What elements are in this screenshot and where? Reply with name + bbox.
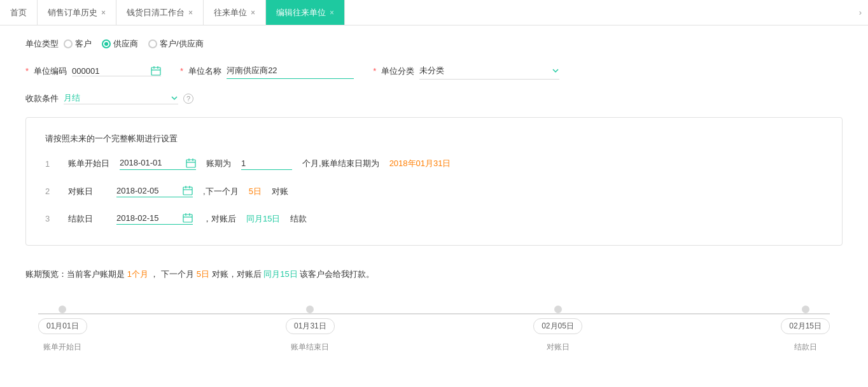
payment-terms-dropdown[interactable]: 月结 xyxy=(64,92,178,104)
setting-panel: 请按照未来的一个完整帐期进行设置 1 账单开始日 账期为 个月,账单结束日期为 … xyxy=(25,117,843,246)
timeline-dot-1 xyxy=(306,306,314,313)
timeline-point-1: 01月31日 账单结束日 xyxy=(286,306,335,353)
unit-code-star: * xyxy=(25,66,29,76)
unit-type-label: 单位类型 xyxy=(25,38,59,50)
payment-terms-row: 收款条件 月结 ? xyxy=(25,92,843,104)
tab-sales-history-close[interactable]: × xyxy=(101,8,106,17)
radio-both-circle xyxy=(148,39,157,48)
tab-home-label: 首页 xyxy=(10,7,27,18)
setting-row-3: 3 结款日 ，对账后 同月15日 结款 xyxy=(45,213,823,225)
unit-name-star: * xyxy=(180,66,183,76)
radio-supplier-circle xyxy=(102,39,111,48)
panel-title: 请按照未来的一个完整帐期进行设置 xyxy=(45,133,823,144)
tab-contacts[interactable]: 往来单位 × xyxy=(204,0,266,25)
unit-category-select[interactable]: 未分类 xyxy=(419,62,559,80)
radio-both[interactable]: 客户/供应商 xyxy=(148,38,204,50)
row-1-number: 1 xyxy=(45,159,58,169)
tab-home[interactable]: 首页 xyxy=(0,0,38,25)
timeline: 01月01日 账单开始日 01月31日 账单结束日 02月05日 对账日 02月… xyxy=(25,299,843,359)
tab-cashflow-close[interactable]: × xyxy=(188,8,193,17)
unit-name-label: 单位名称 xyxy=(188,66,221,77)
preview-item1-after: ， xyxy=(150,269,158,279)
unit-name-group: * 单位名称 xyxy=(180,64,354,79)
radio-supplier-label: 供应商 xyxy=(113,38,138,50)
row-2-number: 2 xyxy=(45,186,58,196)
row-3-suffix-highlight: 同月15日 xyxy=(246,213,280,225)
radio-group: 客户 供应商 客户/供应商 xyxy=(64,38,204,50)
row-3-date-input[interactable] xyxy=(116,213,180,223)
row-2-calendar-icon[interactable] xyxy=(183,185,193,195)
row-1-period-label: 账期为 xyxy=(206,158,231,169)
unit-code-group: * 单位编码 xyxy=(25,66,161,77)
unit-category-star: * xyxy=(373,66,376,76)
tab-cashflow[interactable]: 钱货日清工作台 × xyxy=(116,0,204,25)
tab-cashflow-label: 钱货日清工作台 xyxy=(127,7,185,18)
timeline-dot-3 xyxy=(802,306,809,313)
svg-rect-12 xyxy=(183,215,192,222)
unit-code-icon xyxy=(151,66,161,76)
timeline-dot-2 xyxy=(554,306,562,313)
timeline-badge-3: 02月15日 xyxy=(781,318,830,334)
svg-rect-0 xyxy=(151,67,160,75)
preview-text: 账期预览：当前客户账期是 1个月 ， 下一个月 5日 对账，对账后 同月15日 … xyxy=(25,269,843,280)
row-2-date-input[interactable] xyxy=(116,186,180,195)
unit-category-group: * 单位分类 未分类 xyxy=(373,62,559,80)
unit-category-chevron xyxy=(552,67,559,74)
preview-item3: 同月15日 xyxy=(263,269,297,279)
unit-code-input[interactable] xyxy=(72,66,148,76)
row-3-number: 3 xyxy=(45,214,58,223)
row-1-calendar-icon[interactable] xyxy=(186,158,196,168)
timeline-point-0: 01月01日 账单开始日 xyxy=(38,306,87,353)
tab-contacts-label: 往来单位 xyxy=(214,7,247,18)
timeline-point-2: 02月05日 对账日 xyxy=(533,306,582,353)
payment-terms-label: 收款条件 xyxy=(25,93,59,104)
tab-contacts-close[interactable]: × xyxy=(251,8,255,17)
row-3-type: 结款日 xyxy=(68,213,106,225)
row-1-date xyxy=(120,158,196,170)
tab-edit-contacts-close[interactable]: × xyxy=(330,8,334,17)
radio-customer[interactable]: 客户 xyxy=(64,38,92,50)
preview-prefix: 账期预览：当前客户账期是 xyxy=(25,269,125,279)
timeline-badge-2: 02月05日 xyxy=(533,318,582,334)
radio-customer-label: 客户 xyxy=(75,38,92,50)
timeline-points: 01月01日 账单开始日 01月31日 账单结束日 02月05日 对账日 02月… xyxy=(38,306,830,353)
row-3-suffix-after: 结款 xyxy=(290,213,307,225)
row-3-date xyxy=(116,213,193,225)
payment-terms-group: 收款条件 月结 ? xyxy=(25,92,193,104)
preview-item1: 1个月 xyxy=(127,269,148,279)
row-1-period-unit: 个月,账单结束日期为 xyxy=(302,158,379,169)
unit-category-value: 未分类 xyxy=(419,65,549,76)
unit-code-label: 单位编码 xyxy=(34,66,67,77)
tab-edit-contacts[interactable]: 编辑往来单位 × xyxy=(266,0,345,25)
timeline-label-2: 对账日 xyxy=(547,342,570,353)
radio-customer-circle xyxy=(64,39,73,48)
timeline-label-0: 账单开始日 xyxy=(43,342,81,353)
row-1-date-input[interactable] xyxy=(120,158,183,167)
tabs-scroll-right[interactable]: › xyxy=(853,0,868,25)
unit-info-row: * 单位编码 * 单位名称 * 单位分类 未分类 xyxy=(25,62,843,80)
unit-category-label: 单位分类 xyxy=(381,66,414,77)
unit-code-input-wrapper xyxy=(72,66,161,76)
preview-item2: 5日 xyxy=(197,269,209,279)
tab-sales-history[interactable]: 销售订单历史 × xyxy=(38,0,116,25)
row-1-period-end: 2018年01月31日 xyxy=(389,158,451,169)
row-1-period-input[interactable] xyxy=(241,157,292,170)
timeline-badge-0: 01月01日 xyxy=(38,318,87,334)
timeline-badge-1: 01月31日 xyxy=(286,318,335,334)
tabs-bar: 首页 销售订单历史 × 钱货日清工作台 × 往来单位 × 编辑往来单位 × › xyxy=(0,0,868,25)
payment-terms-help[interactable]: ? xyxy=(183,94,193,104)
svg-rect-4 xyxy=(186,160,195,167)
preview-suffix: 该客户会给我打款。 xyxy=(300,269,374,279)
preview-item2-before: 下一个月 xyxy=(161,269,194,279)
radio-both-label: 客户/供应商 xyxy=(160,38,204,50)
row-1-type: 账单开始日 xyxy=(68,158,109,169)
svg-rect-8 xyxy=(183,187,192,195)
timeline-dot-0 xyxy=(59,306,66,313)
radio-supplier[interactable]: 供应商 xyxy=(102,38,138,50)
row-3-calendar-icon[interactable] xyxy=(183,213,193,223)
row-2-suffix-text: ,下一个月 xyxy=(203,186,239,197)
unit-name-input[interactable] xyxy=(227,64,354,79)
payment-terms-value: 月结 xyxy=(64,92,168,104)
row-2-suffix-after: 对账 xyxy=(272,186,288,197)
unit-type-group: 单位类型 客户 供应商 客户/供应商 xyxy=(25,38,204,50)
